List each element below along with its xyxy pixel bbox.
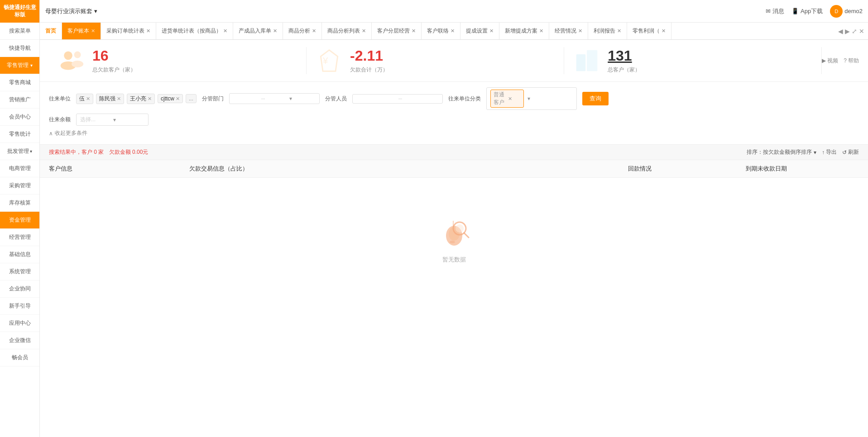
tab-close-customer-accounts[interactable]: ✕ bbox=[91, 28, 95, 34]
tab-controls: ◀ ▶ ⤢ ✕ bbox=[834, 23, 868, 39]
tab-expand-btn[interactable]: ⤢ bbox=[852, 28, 857, 35]
help-icon: ? bbox=[844, 57, 847, 64]
export-label: 导出 bbox=[826, 148, 837, 156]
sidebar-item-batch-mgmt[interactable]: 批发管理 ▾ bbox=[0, 143, 39, 160]
collapse-label: 收起更多条件 bbox=[55, 129, 87, 137]
tab-close-new-raise-plan[interactable]: ✕ bbox=[539, 28, 543, 34]
tab-retail-profit-label: 零售利润（ bbox=[633, 27, 660, 35]
sidebar-search-label[interactable]: 搜索菜单 bbox=[4, 27, 36, 35]
store-name: 母婴行业演示账套 bbox=[45, 7, 92, 15]
unit-category-dropdown[interactable]: 普通客户 ✕ ▾ bbox=[486, 87, 577, 110]
tab-close-purchase-orders[interactable]: ✕ bbox=[146, 28, 150, 34]
tab-close-goods-analysis-list[interactable]: ✕ bbox=[362, 28, 366, 34]
tab-next-btn[interactable]: ▶ bbox=[845, 28, 850, 35]
tag-close-chen[interactable]: ✕ bbox=[117, 96, 121, 102]
sidebar-item-retail-mall[interactable]: 零售商城 bbox=[0, 74, 39, 91]
tab-close-all-btn[interactable]: ✕ bbox=[859, 28, 864, 35]
sidebar-item-enterprise-wechat[interactable]: 企业微信 bbox=[0, 332, 39, 349]
sidebar-item-quick-nav[interactable]: 快捷导航 bbox=[0, 40, 39, 57]
tab-close-customer-contact[interactable]: ✕ bbox=[451, 28, 455, 34]
sidebar-item-retail-stats[interactable]: 零售统计 bbox=[0, 126, 39, 143]
collapse-btn[interactable]: ∧ 收起更多条件 bbox=[49, 129, 859, 137]
tab-home-label: 首页 bbox=[45, 27, 56, 35]
sidebar-item-finance[interactable]: 资金管理 bbox=[0, 212, 39, 229]
svg-point-12 bbox=[450, 241, 455, 243]
query-button[interactable]: 查询 bbox=[582, 92, 609, 105]
app-download-btn[interactable]: 📱 App下载 bbox=[791, 7, 823, 15]
results-bar: 搜索结果中，客户 0 家 欠款金额 0.00元 排序：按欠款金额倒序排序 ▾ ↑… bbox=[40, 145, 868, 160]
tab-close-raise-settings[interactable]: ✕ bbox=[489, 28, 494, 34]
svg-point-3 bbox=[72, 61, 83, 67]
all-customers-icon bbox=[573, 47, 600, 74]
results-prefix: 搜索结果中，客户 bbox=[49, 149, 92, 155]
person-filter-label: 分管人员 bbox=[325, 95, 347, 103]
stats-row: 16 总欠款客户（家） ¥ -2.11 欠款合计（万） bbox=[40, 40, 868, 82]
tab-goods-analysis-list[interactable]: 商品分析列表 ✕ bbox=[322, 23, 372, 39]
tab-new-raise-plan[interactable]: 新增提成方案 ✕ bbox=[499, 23, 549, 39]
tab-home[interactable]: 首页 bbox=[40, 23, 62, 39]
tab-customer-contact[interactable]: 客户联络 ✕ bbox=[422, 23, 460, 39]
tab-close-retail-profit[interactable]: ✕ bbox=[662, 28, 666, 34]
sidebar-item-basic-info[interactable]: 基础信息 bbox=[0, 246, 39, 263]
tab-customer-segmentation[interactable]: 客户分层经营 ✕ bbox=[372, 23, 422, 39]
tab-close-goods-stats[interactable]: ✕ bbox=[223, 28, 227, 34]
refresh-label: 刷新 bbox=[848, 148, 859, 156]
unit-tag-cjttcw[interactable]: cjttcw ✕ bbox=[158, 94, 183, 103]
tab-retail-profit[interactable]: 零售利润（ ✕ bbox=[627, 23, 671, 39]
sidebar-item-member-center[interactable]: 会员中心 bbox=[0, 109, 39, 126]
message-btn[interactable]: ✉ 消息 bbox=[766, 7, 784, 15]
tab-raise-settings[interactable]: 提成设置 ✕ bbox=[460, 23, 499, 39]
filter-row-1: 往来单位 伍 ✕ 陈民强 ✕ 王小亮 ✕ cjttcw bbox=[49, 87, 859, 110]
video-help-btn[interactable]: ▶ 视频 bbox=[822, 57, 838, 65]
export-btn[interactable]: ↑ 导出 bbox=[822, 148, 837, 156]
person-dropdown[interactable]: ··· bbox=[352, 94, 443, 104]
text-help-btn[interactable]: ? 帮助 bbox=[844, 57, 859, 65]
sidebar-item-system[interactable]: 系统管理 bbox=[0, 263, 39, 280]
tab-goods-stats[interactable]: 进货单统计表（按商品） ✕ bbox=[156, 23, 233, 39]
store-selector[interactable]: 母婴行业演示账套 ▾ bbox=[45, 7, 97, 15]
user-profile[interactable]: D demo2 bbox=[830, 5, 863, 18]
tag-close-category[interactable]: ✕ bbox=[508, 96, 521, 102]
main-area: 母婴行业演示账套 ▾ ✉ 消息 📱 App下载 D demo2 首页 客户账本 bbox=[40, 0, 868, 437]
unit-category-selected[interactable]: 普通客户 ✕ bbox=[490, 90, 524, 108]
refresh-btn[interactable]: ↺ 刷新 bbox=[842, 148, 859, 156]
sidebar-item-operations[interactable]: 经营管理 bbox=[0, 229, 39, 246]
tab-production-inbound[interactable]: 产成品入库单 ✕ bbox=[233, 23, 283, 39]
sidebar-item-inventory[interactable]: 库存核算 bbox=[0, 195, 39, 212]
sidebar-item-cooperation[interactable]: 企业协同 bbox=[0, 280, 39, 298]
sidebar-item-purchase[interactable]: 采购管理 bbox=[0, 177, 39, 195]
remainder-dropdown[interactable]: 选择... ▾ bbox=[76, 114, 149, 126]
filter-area: 往来单位 伍 ✕ 陈民强 ✕ 王小亮 ✕ cjttcw bbox=[40, 82, 868, 145]
sidebar-search-item[interactable]: 搜索菜单 bbox=[0, 23, 39, 40]
tab-close-production-inbound[interactable]: ✕ bbox=[273, 28, 277, 34]
sidebar-item-app-center[interactable]: 应用中心 bbox=[0, 315, 39, 332]
sidebar-item-ecommerce[interactable]: 电商管理 bbox=[0, 160, 39, 177]
tag-close-cjttcw[interactable]: ✕ bbox=[176, 96, 180, 102]
tab-close-goods-analysis[interactable]: ✕ bbox=[312, 28, 316, 34]
sidebar-item-new-guide[interactable]: 新手引导 bbox=[0, 298, 39, 315]
tab-customer-accounts[interactable]: 客户账本 ✕ bbox=[62, 23, 101, 39]
sidebar-item-super-member[interactable]: 畅会员 bbox=[0, 349, 39, 366]
unit-tag-more[interactable]: ... bbox=[186, 94, 197, 103]
tab-close-profit-report[interactable]: ✕ bbox=[617, 28, 621, 34]
unit-tag-chen[interactable]: 陈民强 ✕ bbox=[96, 94, 124, 104]
results-customer-unit: 家 bbox=[98, 149, 104, 155]
tab-operations-status[interactable]: 经营情况 ✕ bbox=[549, 23, 588, 39]
tab-purchase-orders[interactable]: 采购订单统计表 ✕ bbox=[101, 23, 156, 39]
owed-value: -2.11 bbox=[350, 48, 388, 64]
sidebar-item-retail-mgmt[interactable]: 零售管理 ▾ bbox=[0, 57, 39, 74]
tab-close-operations-status[interactable]: ✕ bbox=[578, 28, 582, 34]
sidebar-item-marketing[interactable]: 营销推广 bbox=[0, 91, 39, 109]
avatar: D bbox=[830, 5, 843, 18]
tag-close-wang[interactable]: ✕ bbox=[148, 96, 152, 102]
dept-dropdown[interactable]: ··· ▾ bbox=[229, 93, 320, 104]
collapse-arrow-icon: ∧ bbox=[49, 130, 53, 137]
unit-tag-wang[interactable]: 王小亮 ✕ bbox=[127, 94, 155, 104]
unit-tag-wu[interactable]: 伍 ✕ bbox=[76, 94, 93, 104]
tab-goods-analysis[interactable]: 商品分析 ✕ bbox=[283, 23, 322, 39]
tab-profit-report[interactable]: 利润报告 ✕ bbox=[588, 23, 627, 39]
tag-close-wu[interactable]: ✕ bbox=[86, 96, 90, 102]
tab-prev-btn[interactable]: ◀ bbox=[838, 28, 843, 35]
tab-close-customer-segmentation[interactable]: ✕ bbox=[412, 28, 416, 34]
sort-selector[interactable]: 排序：按欠款金额倒序排序 ▾ bbox=[747, 148, 816, 156]
